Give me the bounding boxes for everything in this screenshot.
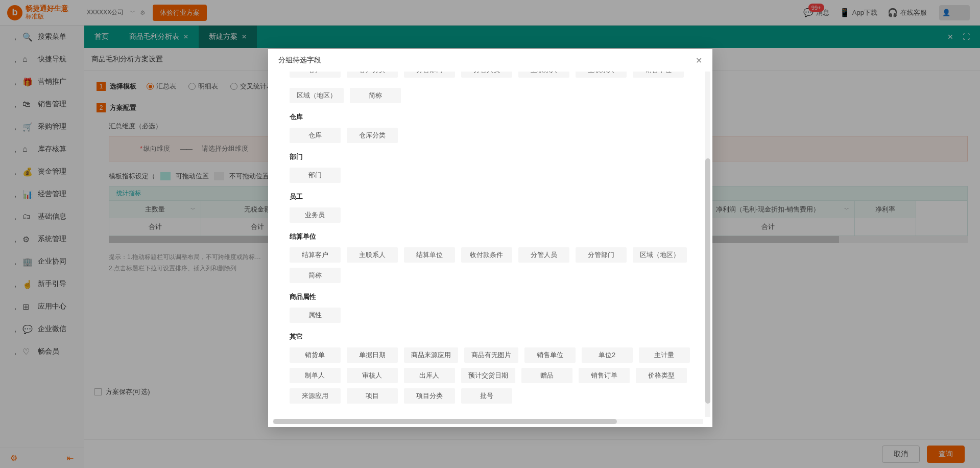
field-chip[interactable]: 区域（地区）: [290, 88, 344, 103]
field-chip[interactable]: 部门: [290, 168, 341, 183]
field-chip[interactable]: 结算客户: [290, 247, 341, 263]
field-chip[interactable]: 结算单位: [404, 247, 455, 263]
group-title: 部门: [290, 152, 703, 161]
field-chip[interactable]: 分管人员: [518, 247, 569, 263]
modal-hscroll[interactable]: [273, 419, 703, 424]
field-chip[interactable]: 销售订单: [579, 368, 630, 383]
group-title: 商品属性: [290, 292, 703, 301]
field-chip[interactable]: 分管人员: [461, 72, 512, 78]
modal-vscroll[interactable]: [705, 72, 710, 417]
field-chip[interactable]: 项目分类: [404, 388, 455, 404]
field-chip[interactable]: 商品有无图片: [464, 347, 518, 363]
field-chip[interactable]: 仓库分类: [347, 128, 398, 143]
field-chip[interactable]: 仓库: [290, 128, 341, 143]
field-chip[interactable]: 业务员: [290, 207, 341, 223]
field-chip[interactable]: 主联系人: [347, 247, 398, 263]
field-chip[interactable]: 销售单位: [524, 347, 576, 363]
field-chip[interactable]: 客户: [290, 72, 341, 78]
group-title: 员工: [290, 192, 703, 201]
field-chip[interactable]: 赠品: [521, 368, 572, 383]
field-chip[interactable]: 销货单: [290, 347, 341, 363]
group-title: 结算单位: [290, 232, 703, 241]
field-chip[interactable]: 主联系人: [518, 72, 569, 78]
field-chip[interactable]: 属性: [290, 308, 341, 323]
field-chip[interactable]: 简称: [290, 268, 341, 283]
field-modal: 分组待选字段 ✕ 客户客户分类分管部门分管人员主联系人主联系人销售单位区域（地区…: [268, 49, 712, 427]
group-title: 其它: [290, 332, 703, 341]
field-chip[interactable]: 销售单位: [633, 72, 684, 78]
field-chip[interactable]: 主联系人: [576, 72, 627, 78]
modal-title: 分组待选字段: [278, 56, 321, 65]
close-icon[interactable]: ✕: [696, 56, 702, 65]
field-chip[interactable]: 单据日期: [347, 347, 398, 363]
field-chip[interactable]: 商品来源应用: [404, 347, 458, 363]
field-chip[interactable]: 收付款条件: [461, 247, 512, 263]
field-chip[interactable]: 区域（地区）: [633, 247, 687, 263]
field-chip[interactable]: 审核人: [347, 368, 398, 383]
field-chip[interactable]: 出库人: [404, 368, 455, 383]
field-chip[interactable]: 来源应用: [290, 388, 341, 404]
field-chip[interactable]: 价格类型: [636, 368, 687, 383]
field-chip[interactable]: 批号: [461, 388, 512, 404]
field-chip[interactable]: 分管部门: [404, 72, 455, 78]
field-chip[interactable]: 主计量: [639, 347, 690, 363]
group-title: 仓库: [290, 112, 703, 122]
field-chip[interactable]: 单位2: [582, 347, 633, 363]
field-chip[interactable]: 客户分类: [347, 72, 398, 78]
field-chip[interactable]: 预计交货日期: [461, 368, 515, 383]
field-chip[interactable]: 制单人: [290, 368, 341, 383]
field-chip[interactable]: 简称: [350, 88, 401, 103]
field-chip[interactable]: 分管部门: [576, 247, 627, 263]
field-chip[interactable]: 项目: [347, 388, 398, 404]
